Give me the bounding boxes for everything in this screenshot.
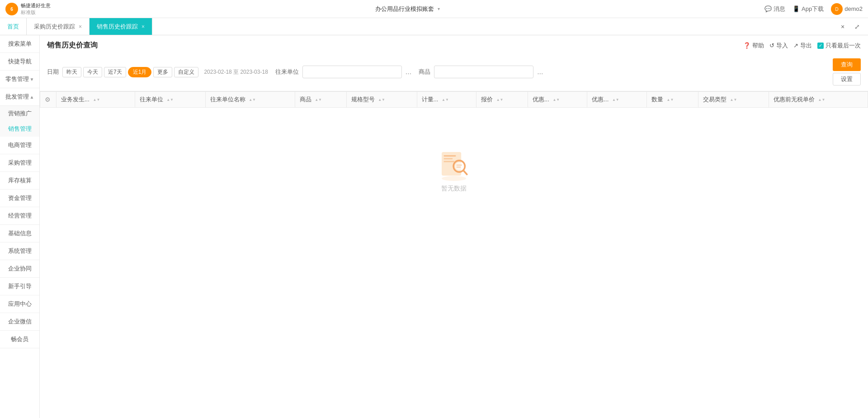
sidebar-item-system-mgmt[interactable]: 系统管理 [0,242,39,260]
table-header-spec[interactable]: 规格型号 ▲▼ [346,92,417,108]
sidebar-system-mgmt-label: 系统管理 [8,247,32,255]
sidebar-enterprise-collab-label: 企业协同 [8,265,32,273]
sidebar-item-sales-mgmt[interactable]: 销售管理 [0,121,39,137]
sort-icon-counterpart-code: ▲▼ [166,98,174,102]
sort-icon-discount1: ▲▼ [552,98,560,102]
table-header-quote[interactable]: 报价 ▲▼ [476,92,528,108]
sidebar-purchase-label: 采购管理 [8,159,32,167]
sidebar-item-quick-nav[interactable]: 快捷导航 [0,53,39,71]
sidebar-item-new-guide[interactable]: 新手引导 [0,278,39,295]
main-layout: 搜索菜单 快捷导航 零售管理 ▼ 批发管理 ▲ 营销推广 销售管理 电商管理 采… [0,35,868,418]
sidebar-quick-nav-label: 快捷导航 [8,57,32,66]
sort-icon-spec: ▲▼ [378,98,385,102]
table-settings-icon[interactable]: ⚙ [45,96,51,103]
sidebar-item-marketing[interactable]: 营销推广 [0,106,39,121]
page-actions: ❓ 帮助 ↺ 导入 ↗ 导出 ✓ 只看最后一次 [743,42,861,50]
date-btn-custom[interactable]: 自定义 [174,67,198,77]
table-header-product[interactable]: 商品 ▲▼ [295,92,346,108]
svg-point-4 [442,176,466,181]
import-icon: ↺ [769,42,774,49]
help-btn[interactable]: ❓ 帮助 [743,42,764,50]
maximize-btn[interactable]: ⤢ [852,21,863,32]
tab-home-label: 首页 [7,23,19,31]
sidebar-item-enterprise-collab[interactable]: 企业协同 [0,260,39,278]
checkbox-icon: ✓ [817,43,824,49]
breadcrumb-dropdown-icon[interactable]: ▾ [438,6,440,11]
date-btn-7days[interactable]: 近7天 [104,67,126,77]
sidebar-sales-mgmt-label: 销售管理 [8,125,32,132]
counterpart-dots-icon[interactable]: ... [406,68,411,76]
sidebar-marketing-label: 营销推广 [8,110,32,117]
sidebar-item-purchase-mgmt[interactable]: 采购管理 [0,154,39,172]
sidebar-item-enterprise-wechat[interactable]: 企业微信 [0,313,39,331]
sidebar-item-app-center[interactable]: 应用中心 [0,295,39,313]
app-download-icon: 📱 [793,5,800,12]
table-header-discount1[interactable]: 优惠... ▲▼ [528,92,587,108]
table-header-unit[interactable]: 计量... ▲▼ [417,92,476,108]
empty-illustration [434,144,474,185]
date-buttons: 昨天 今天 近7天 近1月 更多 自定义 [62,67,198,77]
table-header-transaction-type[interactable]: 交易类型 ▲▼ [698,92,769,108]
user-profile[interactable]: D demo2 [831,3,863,15]
app-download-btn[interactable]: 📱 App下载 [793,5,824,13]
logo-area: 6 畅捷通好生意 标准版 [5,2,51,15]
table-header-settings: ⚙ [40,92,57,108]
date-btn-today[interactable]: 今天 [83,67,102,77]
table-header-pre-discount-price[interactable]: 优惠前无税单价 ▲▼ [769,92,868,108]
logo-text: 畅捷通好生意 标准版 [21,2,51,15]
table-header-row: ⚙ 业务发生... ▲▼ 往来单位 ▲▼ 往来单位名称 ▲▼ [40,92,868,108]
import-btn[interactable]: ↺ 导入 [769,42,788,50]
tab-sales-close-icon[interactable]: × [142,24,145,30]
content-area: 销售历史价查询 ❓ 帮助 ↺ 导入 ↗ 导出 ✓ [40,35,868,418]
page-header: 销售历史价查询 ❓ 帮助 ↺ 导入 ↗ 导出 ✓ [40,35,868,91]
sidebar-item-wholesale-mgmt[interactable]: 批发管理 ▲ [0,88,39,106]
tab-sales-history[interactable]: 销售历史价跟踪 × [90,18,152,35]
table-header-quantity[interactable]: 数量 ▲▼ [646,92,698,108]
filter-btn-group: 查询 设置 [833,58,861,86]
table-header-business-date[interactable]: 业务发生... ▲▼ [57,92,135,108]
sidebar-item-basic-info[interactable]: 基础信息 [0,225,39,242]
settings-button[interactable]: 设置 [833,73,861,86]
date-btn-yesterday[interactable]: 昨天 [62,67,81,77]
table-header-discount2[interactable]: 优惠... ▲▼ [587,92,646,108]
sidebar-item-ecommerce-mgmt[interactable]: 电商管理 [0,137,39,154]
date-filter-group: 日期 昨天 今天 近7天 近1月 更多 自定义 2023-02-18 至 202… [47,67,268,77]
sidebar-member-label: 畅会员 [11,335,28,343]
only-last-checkbox[interactable]: ✓ 只看最后一次 [817,42,861,50]
sidebar-item-inventory[interactable]: 库存核算 [0,172,39,190]
sort-icon-product: ▲▼ [315,98,322,102]
tab-home[interactable]: 首页 [0,18,27,35]
sidebar-item-operations-mgmt[interactable]: 经营管理 [0,207,39,225]
sidebar-wholesale-mgmt-label: 批发管理 [5,93,29,101]
sidebar-item-member[interactable]: 畅会员 [0,331,39,348]
filter-row: 日期 昨天 今天 近7天 近1月 更多 自定义 2023-02-18 至 202… [47,55,861,91]
tab-purchase-close-icon[interactable]: × [79,24,82,30]
product-input[interactable] [434,66,533,78]
help-icon: ❓ [743,42,750,49]
close-all-tabs-btn[interactable]: × [837,21,848,32]
svg-text:6: 6 [10,7,13,12]
page-title: 销售历史价查询 [47,41,98,50]
empty-text: 暂无数据 [441,185,467,193]
sidebar-item-retail-mgmt[interactable]: 零售管理 ▼ [0,71,39,88]
export-icon: ↗ [793,42,798,49]
table-header-counterpart-name[interactable]: 往来单位名称 ▲▼ [205,92,295,108]
counterpart-filter-group: 往来单位 ... [275,66,411,78]
tab-purchase-history[interactable]: 采购历史价跟踪 × [27,18,90,35]
date-btn-1month[interactable]: 近1月 [128,67,152,77]
product-dots-icon[interactable]: ... [537,68,543,76]
tab-purchase-label: 采购历史价跟踪 [34,23,75,31]
sidebar-retail-mgmt-label: 零售管理 [5,75,29,83]
sidebar-finance-label: 资金管理 [8,194,32,202]
empty-state: 暂无数据 [40,108,868,229]
date-btn-more[interactable]: 更多 [153,67,172,77]
sort-icon-transaction-type: ▲▼ [730,98,737,102]
export-btn[interactable]: ↗ 导出 [793,42,812,50]
svg-line-11 [463,171,467,175]
search-button[interactable]: 查询 [833,58,861,71]
counterpart-input[interactable] [302,66,402,78]
message-btn[interactable]: 💬 消息 [764,5,785,13]
sidebar-item-finance-mgmt[interactable]: 资金管理 [0,190,39,207]
sidebar-item-search-menu[interactable]: 搜索菜单 [0,35,39,53]
table-header-counterpart-code[interactable]: 往来单位 ▲▼ [135,92,205,108]
